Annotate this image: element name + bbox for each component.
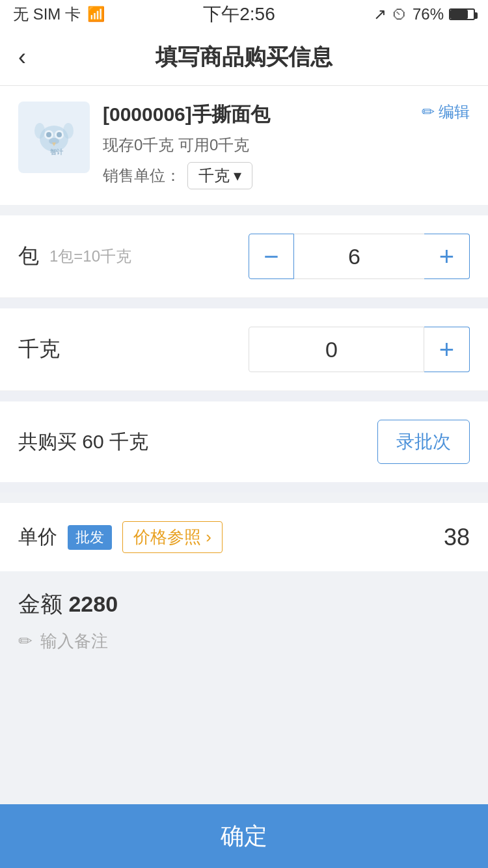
amount-label: 金额 [18,591,62,616]
pack-label: 包 [18,242,39,271]
note-row[interactable]: ✏ 输入备注 [18,630,470,653]
battery-percent: 76% [413,5,444,23]
confirm-btn-wrap: 确定 [0,804,488,868]
batch-button[interactable]: 录批次 [377,420,470,464]
nav-bar: ‹ 填写商品购买信息 [0,29,488,86]
unit-select[interactable]: 千克 ▾ [187,162,252,189]
unit-label: 销售单位： [103,165,181,186]
edit-label: 编辑 [439,102,470,122]
svg-point-4 [57,132,62,137]
svg-text:智计: 智计 [49,148,64,156]
carrier-label: 无 SIM 卡 [13,4,81,25]
product-card: 智计 [0000006]手撕面包 现存0千克 可用0千克 销售单位： 千克 ▾ … [0,86,488,205]
section-divider-1 [0,298,488,308]
total-text: 共购买 60 千克 [18,429,148,455]
pencil-icon: ✏ [18,631,33,651]
product-logo-icon: 智计 [34,118,74,157]
status-bar: 无 SIM 卡 📶 下午2:56 ↗ ⏲ 76% [0,0,488,29]
price-ref-button[interactable]: 价格参照 › [122,521,223,553]
page-title: 填写商品购买信息 [156,42,332,72]
section-divider-2 [0,391,488,401]
edit-icon: ✏ [422,103,435,121]
product-info: [0000006]手撕面包 现存0千克 可用0千克 销售单位： 千克 ▾ [103,102,470,189]
unit-dropdown-icon: ▾ [234,167,241,185]
wifi-icon: 📶 [87,6,105,23]
amount-row: 金额 2280 [18,590,470,619]
section-divider-3 [0,482,488,493]
content-area: 智计 [0000006]手撕面包 现存0千克 可用0千克 销售单位： 千克 ▾ … [0,86,488,868]
product-thumbnail: 智计 [18,102,90,173]
status-left: 无 SIM 卡 📶 [13,4,105,25]
amount-section: 金额 2280 ✏ 输入备注 [0,571,488,663]
price-section: 单价 批发 价格参照 › 38 [0,503,488,571]
status-right: ↗ ⏲ 76% [373,5,475,23]
kg-qty-input[interactable] [249,327,424,372]
battery-icon [449,8,475,20]
product-unit-row: 销售单位： 千克 ▾ [103,162,470,189]
kg-plus-button[interactable]: + [424,327,470,372]
kg-qty-row: 千克 + [18,327,470,372]
pack-qty-section: 包 1包=10千克 − + [0,215,488,298]
status-time: 下午2:56 [203,2,275,27]
pack-qty-row: 包 1包=10千克 − + [18,234,470,279]
product-name: [0000006]手撕面包 [103,102,470,128]
svg-point-8 [63,123,74,139]
price-value: 38 [444,524,470,551]
price-label: 单价 [18,524,57,550]
amount-value: 2280 [68,591,118,616]
total-section: 共购买 60 千克 录批次 [0,401,488,482]
kg-qty-control: + [249,327,470,372]
svg-point-3 [46,132,51,137]
kg-label: 千克 [18,335,60,364]
product-stock: 现存0千克 可用0千克 [103,135,470,156]
pack-minus-button[interactable]: − [249,234,294,279]
pack-label-group: 包 1包=10千克 [18,242,131,271]
edit-button[interactable]: ✏ 编辑 [422,102,470,122]
pack-plus-button[interactable]: + [424,234,470,279]
confirm-button[interactable]: 确定 [0,804,488,868]
kg-qty-section: 千克 + [0,308,488,391]
unit-value: 千克 [198,165,230,186]
note-label: 输入备注 [40,630,108,653]
batch-tag: 批发 [68,525,112,550]
price-left-group: 单价 批发 价格参照 › [18,521,223,553]
alarm-icon: ⏲ [392,5,407,23]
svg-point-7 [34,123,45,139]
pack-hint: 1包=10千克 [49,246,131,267]
pack-qty-input[interactable] [294,234,424,279]
back-button[interactable]: ‹ [18,44,26,71]
pack-qty-control: − + [249,234,470,279]
location-icon: ↗ [373,5,386,23]
